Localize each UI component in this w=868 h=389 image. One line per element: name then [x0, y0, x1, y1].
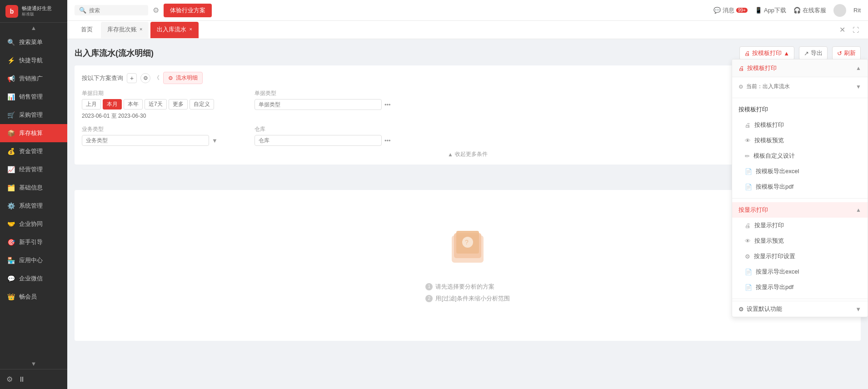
purchase-label: 采购管理: [19, 111, 43, 119]
display-excel-label: 按显示导出excel: [756, 268, 799, 276]
sidebar-item-appstore[interactable]: 🏪 应用中心: [0, 251, 67, 269]
topbar-gear-icon[interactable]: ⚙: [153, 6, 159, 15]
marketing-label: 营销推广: [19, 75, 43, 83]
date-btn-this-month[interactable]: 本月: [103, 99, 122, 110]
dropdown-item-display-pdf[interactable]: 📄 按显示导出pdf: [732, 279, 868, 295]
sidebar-item-purchase[interactable]: 🛒 采购管理: [0, 106, 67, 124]
tab-expand-icon[interactable]: ⛶: [851, 25, 861, 35]
collapse-icon[interactable]: ⏸: [18, 375, 25, 384]
settings-icon[interactable]: ⚙: [6, 375, 13, 384]
filter-collapse-chevron[interactable]: 《: [154, 74, 160, 82]
dropdown-section-template: 按模板打印 🖨 按模板打印 👁 按模板预览 ✏ 模板自定义设计 📄 按模板导出e…: [732, 100, 868, 196]
filter-settings-btn[interactable]: ⚙: [140, 73, 150, 83]
search-icon: 🔍: [6, 38, 15, 47]
dropdown-item-display-print[interactable]: 🖨 按显示打印: [732, 218, 868, 233]
export-btn[interactable]: ↗ 导出: [799, 46, 828, 60]
collapse-btn[interactable]: ▲ 收起更多条件: [448, 150, 488, 158]
dropdown-current-section: ⚙ 当前：出入库流水 ▼: [732, 77, 868, 96]
template-section-header[interactable]: 按模板打印: [732, 102, 868, 117]
template-print-btn[interactable]: 🖨 按模板打印 ▲: [739, 46, 794, 60]
online-service-action[interactable]: 🎧 在线客服: [793, 6, 826, 15]
template-excel-icon: 📄: [745, 168, 752, 175]
sidebar-item-search[interactable]: 🔍 搜索菜单: [0, 33, 67, 51]
dropdown-title-label: 按模板打印: [747, 64, 777, 72]
tab-batch[interactable]: 库存批次账 ×: [101, 22, 149, 38]
date-btn-custom[interactable]: 自定义: [190, 99, 214, 110]
message-action[interactable]: 💬 消息 99+: [713, 6, 748, 15]
dropdown-item-template-excel[interactable]: 📄 按模板导出excel: [732, 164, 868, 179]
headset-icon: 🎧: [793, 7, 801, 14]
display-section-header[interactable]: 按显示打印 ▲: [732, 202, 868, 218]
sidebar-item-sales[interactable]: 📊 销售管理: [0, 88, 67, 106]
search-label: 搜索菜单: [19, 38, 43, 46]
member-icon: 👑: [6, 292, 15, 301]
industry-btn[interactable]: 体验行业方案: [164, 4, 212, 17]
wechat-label: 企业微信: [19, 274, 43, 283]
tab-home[interactable]: 首页: [75, 22, 99, 38]
sidebar-item-member[interactable]: 👑 畅会员: [0, 288, 67, 306]
tab-batch-close-btn[interactable]: ×: [140, 27, 142, 32]
dropdown-item-template-design[interactable]: ✏ 模板自定义设计: [732, 148, 868, 164]
dropdown-item-display-preview[interactable]: 👁 按显示预览: [732, 233, 868, 249]
filter-header-label: 按以下方案查询: [82, 74, 123, 82]
dropdown-item-template-print[interactable]: 🖨 按模板打印: [732, 117, 868, 133]
date-btn-last-month[interactable]: 上月: [82, 99, 101, 110]
sidebar-scroll-up[interactable]: ▲: [0, 23, 67, 33]
basic-icon: 🗂️: [6, 183, 15, 192]
dropdown-close-chevron[interactable]: ▲: [856, 65, 861, 71]
refresh-btn[interactable]: ↺ 刷新: [832, 46, 861, 60]
current-template-chevron[interactable]: ▼: [856, 84, 861, 90]
username-label[interactable]: Rit: [853, 7, 861, 14]
search-input[interactable]: [89, 7, 144, 14]
tab-inout-label: 出入库流水: [157, 25, 186, 34]
bill-type-more-icon[interactable]: •••: [384, 101, 391, 108]
dropdown-header-title: 🖨 按模板打印: [738, 64, 777, 72]
app-download-action[interactable]: 📱 App下载: [755, 6, 786, 15]
filter-tag-label: 流水明细: [176, 74, 198, 82]
main-content: 🔍 ⚙ 体验行业方案 💬 消息 99+ 📱 App下载 🎧 在线客服 Rit: [67, 0, 868, 389]
sidebar-item-marketing[interactable]: 📢 营销推广: [0, 70, 67, 88]
basic-label: 基础信息: [19, 184, 43, 192]
dropdown-item-display-excel[interactable]: 📄 按显示导出excel: [732, 264, 868, 279]
tab-window-close-icon[interactable]: ✕: [838, 24, 847, 36]
dropdown-footer[interactable]: ⚙ 设置默认功能 ▼: [732, 301, 868, 317]
sidebar-item-basic[interactable]: 🗂️ 基础信息: [0, 179, 67, 197]
business-type-chevron[interactable]: ▼: [212, 137, 218, 144]
operation-icon: 📈: [6, 165, 15, 174]
date-btn-more[interactable]: 更多: [169, 99, 188, 110]
printer-icon: 🖨: [744, 50, 750, 57]
date-btn-7days[interactable]: 近7天: [145, 99, 167, 110]
online-service-label: 在线客服: [803, 6, 826, 15]
warehouse-input[interactable]: [254, 135, 382, 146]
sidebar-item-operation[interactable]: 📈 经营管理: [0, 160, 67, 179]
filter-add-btn[interactable]: +: [127, 73, 137, 83]
tab-inout-close-btn[interactable]: ×: [189, 27, 192, 32]
sidebar-item-system[interactable]: ⚙️ 系统管理: [0, 197, 67, 215]
sidebar-item-finance[interactable]: 💰 资金管理: [0, 142, 67, 160]
filter-tag[interactable]: ⚙ 流水明细: [163, 72, 203, 84]
sales-label: 销售管理: [19, 93, 43, 101]
sidebar-item-guide[interactable]: 🎯 新手引导: [0, 233, 67, 251]
sidebar-scroll-down[interactable]: ▼: [0, 359, 67, 369]
date-label: 单据日期: [82, 90, 245, 97]
dropdown-item-template-pdf[interactable]: 📄 按模板导出pdf: [732, 179, 868, 194]
date-btn-this-year[interactable]: 本年: [124, 99, 143, 110]
sidebar-item-quicknav[interactable]: ⚡ 快捷导航: [0, 51, 67, 70]
sidebar-item-collab[interactable]: 🤝 企业协同: [0, 215, 67, 233]
sidebar-item-wechat[interactable]: 💬 企业微信: [0, 269, 67, 288]
warehouse-more-icon[interactable]: •••: [384, 137, 391, 144]
template-pdf-label: 按模板导出pdf: [756, 183, 793, 191]
sidebar-item-inventory[interactable]: 📦 库存核算: [0, 124, 67, 142]
tab-batch-label: 库存批次账: [107, 25, 137, 34]
footer-chevron: ▼: [855, 306, 861, 313]
topbar-search-box: 🔍: [75, 5, 148, 15]
filter-billtype-group: 单据类型 •••: [254, 90, 400, 110]
purchase-icon: 🛒: [6, 110, 15, 120]
business-type-input[interactable]: [82, 135, 209, 146]
tab-inout[interactable]: 出入库流水 ×: [150, 22, 198, 38]
avatar[interactable]: [833, 4, 846, 17]
logo-icon: b: [5, 5, 18, 18]
dropdown-item-display-settings[interactable]: ⚙ 按显示打印设置: [732, 249, 868, 264]
bill-type-input[interactable]: [254, 99, 382, 110]
dropdown-item-template-preview[interactable]: 👁 按模板预览: [732, 133, 868, 148]
